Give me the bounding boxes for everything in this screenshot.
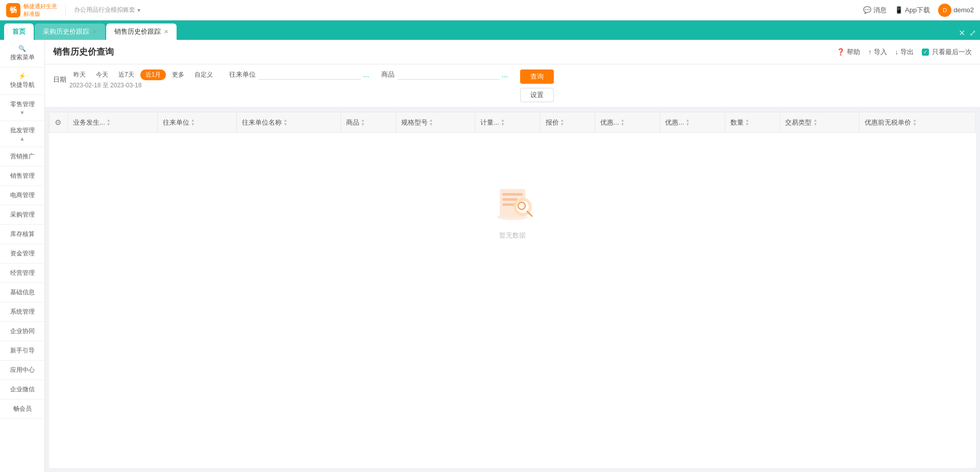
sidebar-item-finance-mgmt[interactable]: 资金管理 xyxy=(0,244,44,264)
sidebar-item-stock-calc[interactable]: 库存核算 xyxy=(0,225,44,244)
sort-icon[interactable]: ▲▼ xyxy=(685,119,690,127)
goods-dots-icon[interactable]: ... xyxy=(502,70,508,79)
date-btn-custom[interactable]: 自定义 xyxy=(190,69,217,80)
sidebar-item-corp-wechat[interactable]: 企业微信 xyxy=(0,380,44,399)
tab-close-icon[interactable]: ✕ xyxy=(92,29,97,35)
sidebar-item-sys-mgmt[interactable]: 系统管理 xyxy=(0,302,44,322)
col-goods: 商品 ▲▼ xyxy=(341,112,396,133)
export-icon: ↓ xyxy=(895,48,899,56)
sidebar-item-sales-mgmt[interactable]: 销售管理 xyxy=(0,167,44,186)
avatar: D xyxy=(938,4,951,17)
top-bar: 畅 畅捷通好生意 标准版 办公用品行业模拟账套 ▾ 💬 消息 📱 App下载 D… xyxy=(0,0,980,20)
empty-text: 暂无数据 xyxy=(499,231,526,240)
logo-icon: 畅 xyxy=(6,3,20,17)
col-discount1: 优惠... ▲▼ xyxy=(595,112,660,133)
settings-button[interactable]: 设置 xyxy=(520,88,554,102)
nav-icon: ⚡ xyxy=(18,73,26,80)
svg-rect-3 xyxy=(502,198,518,201)
date-btn-more[interactable]: 更多 xyxy=(168,69,188,80)
help-btn[interactable]: ❓ 帮助 xyxy=(837,48,860,57)
sidebar-item-retail-mgmt[interactable]: 零售管理 ▼ xyxy=(0,95,44,121)
tab-close-icon2[interactable]: ✕ xyxy=(164,29,168,35)
goods-input[interactable] xyxy=(398,69,500,80)
tab-bar: 首页 采购历史价跟踪 ✕ 销售历史价跟踪 ✕ ✕ ⤢ xyxy=(0,20,980,40)
import-btn[interactable]: ↑ 导入 xyxy=(868,48,887,57)
data-table: ⚙ 业务发生... ▲▼ 往来单位 ▲▼ xyxy=(49,112,976,281)
tab-home[interactable]: 首页 xyxy=(4,23,34,40)
user-menu[interactable]: D demo2 xyxy=(938,4,974,17)
sidebar-item-marketing[interactable]: 营销推广 xyxy=(0,147,44,167)
sidebar-item-biz-mgmt[interactable]: 经营管理 xyxy=(0,264,44,283)
sort-icon[interactable]: ▲▼ xyxy=(560,119,565,127)
partner-input[interactable] xyxy=(259,69,361,80)
col-partner-name: 往来单位名称 ▲▼ xyxy=(237,112,341,133)
sidebar-item-wholesale-mgmt[interactable]: 批发管理 ▲ xyxy=(0,121,44,147)
gear-icon[interactable]: ⚙ xyxy=(55,118,61,127)
sort-icon[interactable]: ▲▼ xyxy=(913,119,917,127)
sort-icon[interactable]: ▲▼ xyxy=(501,119,505,127)
sidebar-item-quick-nav[interactable]: ⚡ 快捷导航 xyxy=(0,67,44,95)
col-biz-date: 业务发生... ▲▼ xyxy=(68,112,158,133)
logo-area: 畅 畅捷通好生意 标准版 xyxy=(6,3,57,17)
sidebar-item-search-menu[interactable]: 🔍 搜索菜单 xyxy=(0,40,44,67)
empty-icon xyxy=(487,174,538,225)
sidebar-item-beginner[interactable]: 新手引导 xyxy=(0,341,44,361)
tab-sales-history[interactable]: 销售历史价跟踪 ✕ xyxy=(106,23,177,40)
sidebar-item-coop[interactable]: 企业协同 xyxy=(0,322,44,341)
only-last-checkbox[interactable]: ✓ xyxy=(922,49,929,56)
message-icon: 💬 xyxy=(863,6,871,14)
import-icon: ↑ xyxy=(868,48,872,56)
only-last-checkbox-area[interactable]: ✓ 只看最后一次 xyxy=(922,48,972,57)
sort-icon[interactable]: ▲▼ xyxy=(429,119,433,127)
sort-icon[interactable]: ▲▼ xyxy=(283,119,287,127)
table-area: ⚙ 业务发生... ▲▼ 往来单位 ▲▼ xyxy=(49,112,976,468)
date-filter: 日期 昨天 今天 近7天 近1月 更多 自定义 2023-02-18 至 202… xyxy=(53,69,217,90)
goods-label: 商品 xyxy=(381,70,395,79)
col-trade-type: 交易类型 ▲▼ xyxy=(780,112,860,133)
sidebar: 🔍 搜索菜单 ⚡ 快捷导航 零售管理 ▼ 批发管理 ▲ 营销推广 销售管理 电商… xyxy=(0,40,45,472)
sidebar-item-purchase-mgmt[interactable]: 采购管理 xyxy=(0,205,44,225)
message-btn[interactable]: 💬 消息 xyxy=(863,6,887,15)
sort-icon[interactable]: ▲▼ xyxy=(813,119,817,127)
sort-icon[interactable]: ▲▼ xyxy=(107,119,111,127)
sort-icon[interactable]: ▲▼ xyxy=(191,119,195,127)
search-button[interactable]: 查询 xyxy=(520,69,554,84)
filter-row: 日期 昨天 今天 近7天 近1月 更多 自定义 2023-02-18 至 202… xyxy=(45,64,980,108)
help-icon: ❓ xyxy=(837,48,845,56)
date-btn-1month[interactable]: 近1月 xyxy=(140,69,166,80)
table-body: 暂无数据 xyxy=(50,133,976,281)
close-window-icon[interactable]: ✕ xyxy=(959,28,965,38)
col-quoted-price: 报价 ▲▼ xyxy=(540,112,595,133)
top-bar-left: 畅 畅捷通好生意 标准版 办公用品行业模拟账套 ▾ xyxy=(6,3,140,17)
col-settings: ⚙ xyxy=(50,112,68,133)
sidebar-item-ecom-mgmt[interactable]: 电商管理 xyxy=(0,186,44,205)
date-btn-yesterday[interactable]: 昨天 xyxy=(69,69,90,80)
tab-bar-controls: ✕ ⤢ xyxy=(959,28,980,40)
partner-label: 往来单位 xyxy=(229,70,256,79)
goods-filter: 商品 ... xyxy=(381,69,508,80)
logo-text: 畅捷通好生意 标准版 xyxy=(23,3,57,17)
main-area: 🔍 搜索菜单 ⚡ 快捷导航 零售管理 ▼ 批发管理 ▲ 营销推广 销售管理 电商… xyxy=(0,40,980,472)
date-btn-today[interactable]: 今天 xyxy=(92,69,112,80)
sort-icon[interactable]: ▲▼ xyxy=(621,119,625,127)
partner-dots-icon[interactable]: ... xyxy=(363,70,369,79)
app-selector[interactable]: 办公用品行业模拟账套 ▾ xyxy=(74,6,140,14)
maximize-icon[interactable]: ⤢ xyxy=(969,28,976,38)
export-btn[interactable]: ↓ 导出 xyxy=(895,48,914,57)
sidebar-item-vip[interactable]: 畅会员 xyxy=(0,399,44,419)
page-actions: ❓ 帮助 ↑ 导入 ↓ 导出 ✓ 只看最后一次 xyxy=(837,48,972,57)
app-download-btn[interactable]: 📱 App下载 xyxy=(895,6,930,15)
sort-icon[interactable]: ▲▼ xyxy=(361,119,365,127)
date-btn-7days[interactable]: 近7天 xyxy=(114,69,138,80)
top-bar-right: 💬 消息 📱 App下载 D demo2 xyxy=(863,4,974,17)
divider xyxy=(65,5,66,15)
table-header: ⚙ 业务发生... ▲▼ 往来单位 ▲▼ xyxy=(50,112,976,133)
partner-filter: 往来单位 ... xyxy=(229,69,369,80)
tab-purchase-history[interactable]: 采购历史价跟踪 ✕ xyxy=(35,23,105,40)
sort-icon[interactable]: ▲▼ xyxy=(745,119,749,127)
sidebar-item-basic-info[interactable]: 基础信息 xyxy=(0,283,44,302)
sidebar-item-app-center[interactable]: 应用中心 xyxy=(0,361,44,380)
date-buttons: 昨天 今天 近7天 近1月 更多 自定义 xyxy=(69,69,217,80)
chevron-down-icon: ▼ xyxy=(20,110,25,115)
svg-rect-2 xyxy=(502,193,523,196)
